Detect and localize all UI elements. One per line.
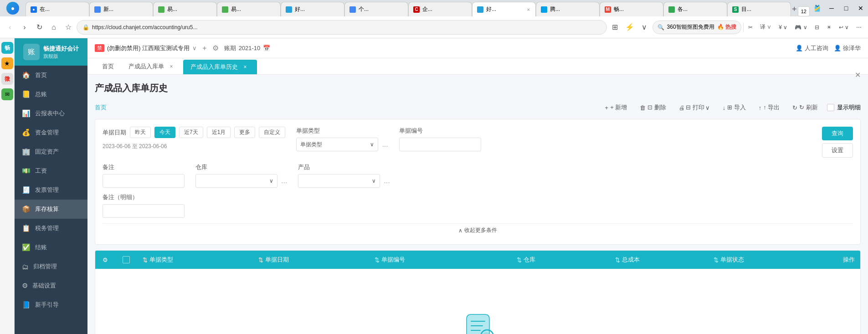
date-btn-today[interactable]: 今天: [154, 127, 175, 138]
sidebar-item-tax[interactable]: 📋 税务管理: [15, 219, 87, 238]
more-tools-button[interactable]: ⋯: [853, 22, 864, 32]
collapse-filter-button[interactable]: ∧ 收起更多条件: [103, 223, 853, 237]
user-info[interactable]: 👤 徐泽华: [834, 44, 861, 52]
bookmark-button[interactable]: ☆: [62, 21, 75, 34]
app-icon-weibo[interactable]: 微: [1, 73, 13, 85]
address-dropdown-button[interactable]: ∨: [638, 21, 651, 34]
filter-product-select[interactable]: ∨: [298, 174, 380, 188]
sidebar-item-archive[interactable]: 🗂 归档管理: [15, 257, 87, 276]
scissors-tool-button[interactable]: ✂: [745, 22, 755, 32]
sidebar-item-assets[interactable]: 🏢 固定资产: [15, 142, 87, 161]
page-tab-inventory-history-close[interactable]: ×: [241, 62, 250, 72]
add-org-button[interactable]: +: [202, 44, 206, 52]
th-status[interactable]: ⇅ 单据状态: [708, 256, 824, 264]
browser-tab-7[interactable]: C 企...: [408, 2, 472, 16]
refresh-data-button[interactable]: ↻ ↻ 刷新: [789, 102, 822, 113]
header-checkbox[interactable]: [123, 256, 130, 263]
window-close-button[interactable]: ✕: [853, 2, 868, 15]
delete-button[interactable]: 🗑 ⊡ 删除: [636, 102, 670, 113]
filter-warehouse-select[interactable]: ∨: [195, 174, 277, 188]
date-btn-1month[interactable]: 近1月: [207, 127, 231, 138]
browser-tab-1[interactable]: ● 在...: [26, 2, 89, 16]
sidebar-item-finance[interactable]: 💰 资金管理: [15, 123, 87, 142]
sidebar-item-payroll[interactable]: 💵 工资: [15, 161, 87, 180]
back-button[interactable]: ‹: [4, 21, 16, 34]
browser-tab-8[interactable]: 好... ×: [472, 2, 536, 16]
app-icon-mail[interactable]: ✉: [1, 88, 13, 100]
sidebar-item-guide[interactable]: 📘 新手引导: [15, 295, 87, 314]
breadcrumb-home[interactable]: 首页: [95, 103, 107, 112]
refresh-button[interactable]: ↻: [33, 21, 46, 34]
org-selector[interactable]: 禁 (勿删勿禁用) 江西顺宝测试专用 ∨: [95, 44, 197, 52]
sidebar-item-inventory[interactable]: 📦 库存核算: [15, 200, 87, 219]
filter-type-select[interactable]: 单据类型 ∨: [296, 138, 378, 151]
settings-gear-button[interactable]: ⚙: [212, 44, 219, 52]
date-btn-yesterday[interactable]: 昨天: [130, 127, 151, 138]
page-tab-inventory-list-close[interactable]: ×: [167, 62, 176, 71]
add-new-button[interactable]: + + 新增: [601, 102, 631, 113]
th-checkbox[interactable]: [115, 256, 137, 263]
display-toggle[interactable]: 显示明细: [827, 103, 861, 112]
browser-tab-9[interactable]: 腾...: [536, 2, 600, 16]
sidebar-item-reports[interactable]: 📊 云报表中心: [15, 104, 87, 123]
filter-product-dots[interactable]: ...: [384, 177, 390, 185]
sun-button[interactable]: ☀: [824, 22, 834, 32]
address-bar[interactable]: 🔒 https://cloud.chanjet.com/accounting/u…: [77, 20, 607, 35]
setting-button[interactable]: 设置: [822, 143, 853, 158]
window-maximize-button[interactable]: □: [839, 2, 853, 15]
sidebar-item-basic[interactable]: ⚙ 基础设置: [15, 276, 87, 295]
tab-close-8[interactable]: ×: [526, 6, 531, 13]
period-calendar-icon[interactable]: 📅: [263, 45, 270, 51]
undo-button[interactable]: ↩ ∨: [836, 22, 852, 32]
help-button[interactable]: 👤 人工咨询: [796, 44, 828, 52]
yuan-button[interactable]: ¥ ∨: [776, 22, 790, 32]
th-cost[interactable]: ⇅ 总成本: [610, 256, 708, 264]
browser-tab-4[interactable]: 易...: [217, 2, 281, 16]
window-shirt-icon[interactable]: 🎽: [810, 2, 824, 15]
date-btn-7days[interactable]: 近7天: [179, 127, 203, 138]
search-box[interactable]: 🔍 360智能抠图免费用 🔥 热搜: [652, 21, 741, 34]
date-btn-custom[interactable]: 自定义: [259, 127, 285, 138]
import-button[interactable]: ↓ ⊞ 导入: [719, 102, 750, 113]
page-tab-inventory-list[interactable]: 产成品入库单 ×: [121, 60, 183, 74]
sidebar-item-invoice[interactable]: 🧾 发票管理: [15, 180, 87, 200]
filter-remark-input[interactable]: [103, 174, 185, 188]
translate-button[interactable]: 译 ∨: [757, 21, 774, 33]
forward-button[interactable]: ›: [18, 21, 31, 34]
filter-type-dots[interactable]: ...: [382, 140, 388, 149]
display-checkbox[interactable]: [827, 104, 834, 111]
page-tab-inventory-history[interactable]: 产成品入库单历史 ×: [183, 60, 257, 74]
sidebar-item-ledger[interactable]: 📒 总账: [15, 85, 87, 104]
th-gear[interactable]: ⚙: [95, 257, 115, 263]
browser-tab-3[interactable]: 易...: [153, 2, 217, 16]
browser-tab-12[interactable]: S 目...: [727, 2, 791, 16]
sidebar-item-settle[interactable]: ✅ 结账: [15, 238, 87, 257]
tab-count-badge[interactable]: 12: [798, 6, 810, 16]
th-num[interactable]: ⇅ 单据编号: [369, 256, 511, 264]
tab-add-button[interactable]: +: [791, 2, 798, 16]
export-button[interactable]: ↑ ↑ 导出: [755, 102, 784, 113]
th-type[interactable]: ⇅ 单据类型: [137, 256, 253, 264]
panel-close-button[interactable]: ✕: [855, 75, 861, 79]
th-date[interactable]: ⇅ 单据日期: [253, 256, 369, 264]
page-tab-home[interactable]: 首页: [95, 60, 121, 74]
date-btn-more[interactable]: 更多: [234, 127, 255, 138]
query-button[interactable]: 查询: [822, 127, 853, 140]
filter-num-input[interactable]: [399, 138, 481, 151]
app-icon-chanjet[interactable]: 畅: [1, 42, 13, 54]
sidebar-item-home[interactable]: 🏠 首页: [15, 66, 87, 85]
browser-tab-5[interactable]: 好...: [281, 2, 344, 16]
lightning-icon[interactable]: ⚡: [623, 21, 636, 34]
layout-button[interactable]: ⊟: [812, 22, 822, 32]
gamepad-button[interactable]: 🎮 ∨: [792, 22, 810, 32]
home-button[interactable]: ⌂: [47, 21, 60, 34]
browser-tab-6[interactable]: 个...: [344, 2, 408, 16]
filter-remark-detail-input[interactable]: [103, 204, 185, 218]
app-icon-star[interactable]: ★: [1, 57, 13, 69]
window-minimize-button[interactable]: ─: [824, 2, 839, 15]
extension-grid-icon[interactable]: ⊞: [609, 21, 621, 34]
org-dropdown-icon[interactable]: ∨: [192, 45, 197, 51]
th-warehouse[interactable]: ⇅ 仓库: [511, 256, 610, 264]
print-button[interactable]: 🖨 ⊟ 打印 ∨: [675, 102, 714, 113]
browser-tab-11[interactable]: 各...: [663, 2, 727, 16]
